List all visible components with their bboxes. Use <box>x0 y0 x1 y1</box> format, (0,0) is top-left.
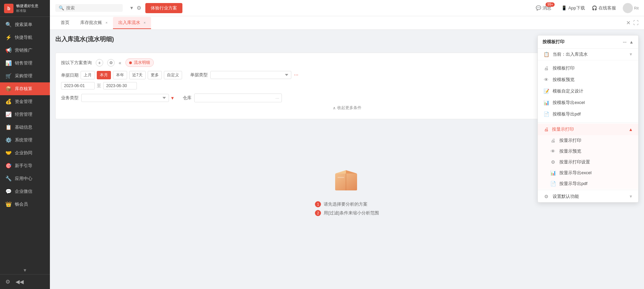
business-type-select[interactable] <box>81 94 169 102</box>
date-btn-custom[interactable]: 自定义 <box>164 71 182 79</box>
dp-display-section-title[interactable]: 🖨 按显示打印 ▲ <box>538 124 638 135</box>
dp-collapse-icon[interactable]: ▲ <box>629 40 634 45</box>
tabs-bar: 首页 库存批次账 × 出入库流水 × ✕ ⛶ <box>50 16 644 30</box>
dp-default-settings[interactable]: ⚙ 设置默认功能 ▼ <box>538 191 638 202</box>
dp-display-section-label: 按显示打印 <box>552 126 574 132</box>
sidebar-item-sales[interactable]: 📊 销售管理 <box>0 57 50 70</box>
dp-current-label: 当前：出入库流水 <box>553 51 588 57</box>
filter-tag-label: 流水明细 <box>134 60 150 65</box>
sidebar-scroll-down[interactable]: ▼ <box>0 266 50 274</box>
dp-template-excel[interactable]: 📊 按模板导出excel <box>538 97 638 108</box>
sidebar-item-cooperation[interactable]: 🤝 企业协同 <box>0 147 50 159</box>
filter-tag[interactable]: 流水明细 <box>125 58 154 67</box>
sidebar-item-appcenter[interactable]: 🔧 应用中心 <box>0 172 50 185</box>
dropdown-arrow-icon[interactable]: ▼ <box>129 5 134 10</box>
tab-maximize-icon[interactable]: ⛶ <box>633 20 639 26</box>
dp-more-icon[interactable]: ··· <box>623 40 626 45</box>
sidebar-item-marketing[interactable]: 📢 营销推广 <box>0 44 50 57</box>
date-btn-last-month[interactable]: 上月 <box>81 71 95 79</box>
dp-template-print-label: 按模板打印 <box>553 65 575 71</box>
tab-home[interactable]: 首页 <box>55 17 75 29</box>
wechat-icon: 💬 <box>5 188 11 194</box>
search-input[interactable] <box>66 5 119 10</box>
dp-template-print[interactable]: 🖨 按模板打印 <box>538 62 638 74</box>
shortcut-icon: ⚡ <box>5 34 11 41</box>
collapse-sidebar-icon[interactable]: ◀◀ <box>16 279 24 285</box>
tab-inout-flow[interactable]: 出入库流水 × <box>113 17 151 29</box>
filter-add-button[interactable]: + <box>96 59 103 67</box>
topbar: 🔍 ▼ ⚙ 体验行业方案 💬 消息 99+ 📱 App下载 🎧 在线客服 <box>50 0 644 16</box>
dp-template-pdf[interactable]: 📄 按模板导出pdf <box>538 108 638 120</box>
online-service-label: 在线客服 <box>598 5 616 11</box>
message-button[interactable]: 💬 消息 99+ <box>536 5 551 11</box>
dp-display-section-content: 🖨 按显示打印 👁 按显示预览 ⚙ 按显示打印设置 📊 按显示导出excel 📄 <box>538 135 638 189</box>
sidebar-item-shortcut[interactable]: ⚡ 快捷导航 <box>0 31 50 44</box>
dp-template-section: 🖨 按模板打印 👁 按模板预览 📝 模板自定义设计 📊 按模板导出excel 📄 <box>538 60 638 122</box>
date-btn-this-year[interactable]: 本年 <box>113 71 127 79</box>
sidebar-item-system[interactable]: ⚙️ 系统管理 <box>0 134 50 147</box>
dp-default-arrow: ▼ <box>629 194 633 199</box>
dp-display-print-label: 按显示打印 <box>559 137 581 143</box>
dp-display-pdf-icon: 📄 <box>550 181 556 186</box>
online-service-button[interactable]: 🎧 在线客服 <box>592 5 616 11</box>
dp-display-excel[interactable]: 📊 按显示导出excel <box>538 167 638 178</box>
industry-solution-button[interactable]: 体验行业方案 <box>145 3 182 13</box>
doc-type-label: 单据类型 <box>190 72 208 78</box>
dp-display-excel-label: 按显示导出excel <box>559 170 591 176</box>
settings-gear-icon[interactable]: ⚙ <box>137 5 141 11</box>
date-row: 单据日期 上月 本月 本年 近7天 更多 自定义 <box>61 71 182 79</box>
tab-inout-flow-close[interactable]: × <box>144 21 146 25</box>
app-download-label: App下载 <box>568 5 585 11</box>
sidebar-item-purchase[interactable]: 🛒 采购管理 <box>0 70 50 82</box>
business-type-dropdown[interactable]: ▼ <box>170 96 175 101</box>
dp-template-design[interactable]: 📝 模板自定义设计 <box>538 85 638 97</box>
date-btn-this-month[interactable]: 本月 <box>97 71 111 79</box>
warehouse-more[interactable]: ··· <box>275 96 279 101</box>
filter-label: 按以下方案查询 <box>61 60 92 66</box>
sidebar-item-basic[interactable]: 📋 基础信息 <box>0 121 50 134</box>
business-type-group: 业务类型 ▼ <box>61 94 175 102</box>
dp-template-design-label: 模板自定义设计 <box>553 88 583 94</box>
dp-display-pdf[interactable]: 📄 按显示导出pdf <box>538 178 638 189</box>
filter-gear-button[interactable]: ⚙ <box>107 59 115 67</box>
dp-display-print[interactable]: 🖨 按显示打印 <box>538 135 638 146</box>
doc-type-more[interactable]: ··· <box>294 72 298 78</box>
finance-icon: 💰 <box>5 99 11 105</box>
date-to-input[interactable] <box>103 82 137 89</box>
dp-display-collapse-icon[interactable]: ▲ <box>628 127 633 132</box>
sidebar-item-inventory[interactable]: 📦 库存核算 <box>0 82 50 95</box>
date-btn-more[interactable]: 更多 <box>148 71 162 79</box>
doc-type-field: 单据类型 ··· <box>190 71 298 79</box>
search-box[interactable]: 🔍 <box>55 4 123 12</box>
user-avatar[interactable]: Rit <box>623 3 639 13</box>
tab-inventory-batch[interactable]: 库存批次账 × <box>75 17 113 29</box>
sidebar-item-member[interactable]: 👑 畅会员 <box>0 198 50 211</box>
step-number-1: 1 <box>315 201 321 207</box>
tab-inventory-batch-close[interactable]: × <box>106 21 108 25</box>
filter-collapse-button[interactable]: « <box>119 60 121 65</box>
warehouse-wrap: ··· <box>194 94 282 102</box>
dp-current-icon: 📋 <box>543 52 549 57</box>
logo-sub: 标准版 <box>16 8 38 13</box>
dp-display-settings-icon: ⚙ <box>550 159 556 165</box>
doc-type-select[interactable] <box>210 71 291 79</box>
empty-box-svg <box>330 163 364 194</box>
sidebar-item-finance[interactable]: 💰 资金管理 <box>0 95 50 108</box>
headphone-icon: 🎧 <box>592 5 597 10</box>
dp-template-preview[interactable]: 👁 按模板预览 <box>538 74 638 85</box>
sidebar-item-guide[interactable]: 🎯 新手引导 <box>0 159 50 172</box>
dp-display-preview[interactable]: 👁 按显示预览 <box>538 146 638 157</box>
app-download-button[interactable]: 📱 App下载 <box>561 5 585 11</box>
settings-icon[interactable]: ⚙ <box>5 279 10 285</box>
dp-display-print-settings[interactable]: ⚙ 按显示打印设置 <box>538 157 638 167</box>
sidebar-item-operation[interactable]: 📈 经营管理 <box>0 108 50 121</box>
tab-close-all-icon[interactable]: ✕ <box>626 20 631 26</box>
dp-display-section-icon: 🖨 <box>543 127 549 132</box>
dp-current-template[interactable]: 📋 当前：出入库流水 ▼ <box>538 49 638 60</box>
sidebar-item-wechat[interactable]: 💬 企业微信 <box>0 185 50 198</box>
date-from-input[interactable] <box>61 82 95 89</box>
sidebar-item-search[interactable]: 🔍 搜索菜单 <box>0 18 50 31</box>
date-btn-7days[interactable]: 近7天 <box>129 71 146 79</box>
inventory-icon: 📦 <box>5 86 11 92</box>
warehouse-input[interactable] <box>194 94 282 102</box>
